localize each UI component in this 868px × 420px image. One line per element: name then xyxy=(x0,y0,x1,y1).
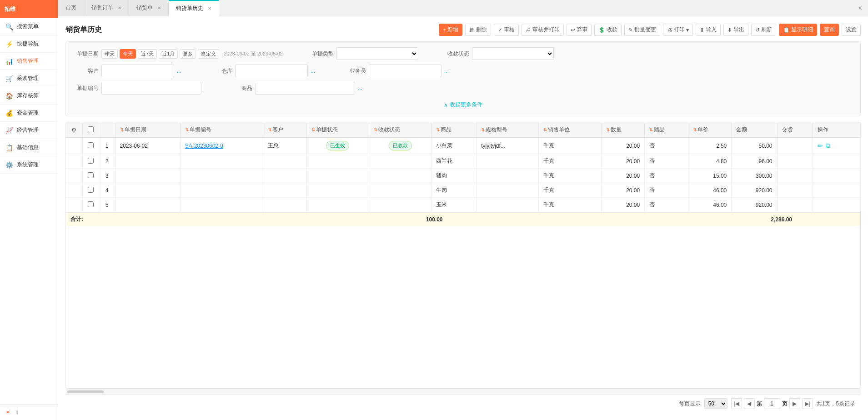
audit-print-button[interactable]: 🖨 审核并打印 xyxy=(522,24,564,36)
new-button[interactable]: + 新增 xyxy=(439,24,462,36)
staff-input[interactable] xyxy=(369,65,442,77)
tab-sales-order-close[interactable]: ✕ xyxy=(118,5,121,10)
page-size-select[interactable]: 50 100 200 xyxy=(704,398,728,409)
row-checkbox-cell[interactable] xyxy=(82,198,99,212)
sidebar-item-sales-mgmt[interactable]: 📊 销售管理 xyxy=(0,53,58,70)
tab-home[interactable]: 首页 xyxy=(58,0,84,16)
col-goods[interactable]: ⇅商品 xyxy=(431,122,477,138)
collect-button[interactable]: 💲 收款 xyxy=(594,24,622,36)
fund-mgmt-icon: 💰 xyxy=(5,110,13,117)
first-page-btn[interactable]: |◀ xyxy=(731,398,742,409)
col-gift[interactable]: ⇅赠品 xyxy=(645,122,688,138)
today-btn[interactable]: 今天 xyxy=(120,49,136,59)
row-num-cell: 1 xyxy=(99,138,115,154)
export-button[interactable]: ⬇ 导出 xyxy=(723,24,748,36)
query-button[interactable]: 查询 xyxy=(820,24,839,36)
sidebar-item-purchase-mgmt[interactable]: 🛒 采购管理 xyxy=(0,70,58,87)
row-doc-num[interactable] xyxy=(180,183,263,198)
sidebar-item-label: 经营管理 xyxy=(17,126,39,134)
row-doc-num[interactable] xyxy=(180,169,263,183)
col-checkbox[interactable] xyxy=(82,122,99,138)
last-page-btn[interactable]: ▶| xyxy=(802,398,813,409)
col-spec[interactable]: ⇅规格型号 xyxy=(477,122,539,138)
row-checkbox[interactable] xyxy=(88,187,94,193)
staff-more-btn[interactable]: ... xyxy=(444,68,449,74)
col-doc-date[interactable]: ⇅单据日期 xyxy=(115,122,180,138)
sidebar-item-search-menu[interactable]: 🔍 搜索菜单 xyxy=(0,18,58,35)
settings-button[interactable]: 设置 xyxy=(842,24,861,36)
pay-status-select[interactable] xyxy=(472,47,554,60)
sidebar-bottom-icon1[interactable]: ☀ xyxy=(5,409,10,415)
prev-page-btn[interactable]: ◀ xyxy=(744,398,755,409)
doc-num-input[interactable] xyxy=(101,82,201,95)
audit-button[interactable]: ✓ 审核 xyxy=(494,24,519,36)
col-qty[interactable]: ⇅数量 xyxy=(601,122,645,138)
sidebar-item-quick-nav[interactable]: ⚡ 快捷导航 xyxy=(0,35,58,53)
tab-sales-order[interactable]: 销售订单 ✕ xyxy=(84,0,129,16)
scrollbar-row[interactable] xyxy=(65,389,861,394)
batch-change-button[interactable]: ✎ 批量变更 xyxy=(624,24,660,36)
sidebar-item-label: 资金管理 xyxy=(17,109,39,117)
sidebar-item-basic-info[interactable]: 📋 基础信息 xyxy=(0,139,58,156)
row-checkbox-cell[interactable] xyxy=(82,169,99,183)
customer-more-btn[interactable]: ... xyxy=(177,68,181,74)
tab-sales-goods[interactable]: 销货单 ✕ xyxy=(129,0,169,16)
tab-sales-goods-close[interactable]: ✕ xyxy=(157,5,161,10)
goods-input[interactable] xyxy=(255,82,355,95)
abandon-button[interactable]: ↩ 弃审 xyxy=(567,24,592,36)
show-detail-button[interactable]: 📋 显示明细 xyxy=(779,24,817,36)
row-qty: 20.00 xyxy=(601,154,645,169)
week7-btn[interactable]: 近7天 xyxy=(138,49,157,59)
col-settings[interactable]: ⚙ xyxy=(66,122,82,138)
tab-sales-history[interactable]: 销货单历史 ✕ xyxy=(169,0,219,16)
edit-icon[interactable]: ✏ xyxy=(818,142,823,150)
row-checkbox-cell[interactable] xyxy=(82,138,99,154)
warehouse-more-btn[interactable]: ... xyxy=(311,68,315,74)
collapse-label: 收起更多条件 xyxy=(450,101,482,109)
row-checkbox[interactable] xyxy=(88,172,94,178)
print-button[interactable]: 🖨 打印 ▾ xyxy=(663,24,693,36)
collapse-btn[interactable]: ∧ 收起更多条件 xyxy=(73,99,853,110)
goods-more-btn[interactable]: ... xyxy=(358,85,362,91)
row-checkbox[interactable] xyxy=(88,158,94,164)
warehouse-input[interactable] xyxy=(235,65,308,77)
filter-doc-type-item: 单据类型 xyxy=(308,47,418,60)
customer-input[interactable] xyxy=(101,65,174,77)
yesterday-btn[interactable]: 昨天 xyxy=(101,49,118,59)
col-doc-status[interactable]: ⇅单据状态 xyxy=(306,122,369,138)
col-customer[interactable]: ⇅客户 xyxy=(263,122,307,138)
collect-icon: 💲 xyxy=(598,27,605,33)
row-doc-num[interactable] xyxy=(180,154,263,169)
more-btn[interactable]: 更多 xyxy=(180,49,196,59)
sidebar-bottom-icon2[interactable]: ⏸ xyxy=(14,409,20,415)
refresh-button[interactable]: ↺ 刷新 xyxy=(751,24,776,36)
row-checkbox[interactable] xyxy=(88,142,94,148)
custom-btn[interactable]: 自定义 xyxy=(198,49,219,59)
doc-type-select[interactable] xyxy=(336,47,418,60)
copy-icon[interactable]: ⧉ xyxy=(826,142,830,150)
col-doc-num[interactable]: ⇅单据编号 xyxy=(180,122,263,138)
row-checkbox[interactable] xyxy=(88,201,94,207)
filter-warehouse-item: 仓库 ... xyxy=(207,65,315,77)
col-unit-price[interactable]: ⇅单价 xyxy=(688,122,732,138)
row-checkbox-cell[interactable] xyxy=(82,154,99,169)
delete-button[interactable]: 🗑 删除 xyxy=(465,24,491,36)
col-unit[interactable]: ⇅销售单位 xyxy=(539,122,601,138)
sidebar-item-inventory-calc[interactable]: 🏠 库存核算 xyxy=(0,87,58,105)
collapse-up-icon: ∧ xyxy=(444,102,448,108)
month1-btn[interactable]: 近1月 xyxy=(159,49,178,59)
select-all-checkbox[interactable] xyxy=(88,126,94,132)
window-close-btn[interactable]: ✕ xyxy=(853,5,868,11)
scrollbar-thumb[interactable] xyxy=(67,390,104,393)
row-doc-num[interactable] xyxy=(180,198,263,212)
next-page-btn[interactable]: ▶ xyxy=(789,398,800,409)
row-checkbox-cell[interactable] xyxy=(82,183,99,198)
col-pay-status[interactable]: ⇅收款状态 xyxy=(369,122,431,138)
sidebar-item-system-mgmt[interactable]: ⚙️ 系统管理 xyxy=(0,156,58,174)
import-button[interactable]: ⬆ 导入 xyxy=(696,24,721,36)
row-doc-num[interactable]: SA-20230602-0 xyxy=(180,138,263,154)
sidebar-item-operations-mgmt[interactable]: 📈 经营管理 xyxy=(0,122,58,139)
tab-sales-history-close[interactable]: ✕ xyxy=(208,6,211,11)
page-num-input[interactable] xyxy=(764,398,780,409)
sidebar-item-fund-mgmt[interactable]: 💰 资金管理 xyxy=(0,105,58,122)
